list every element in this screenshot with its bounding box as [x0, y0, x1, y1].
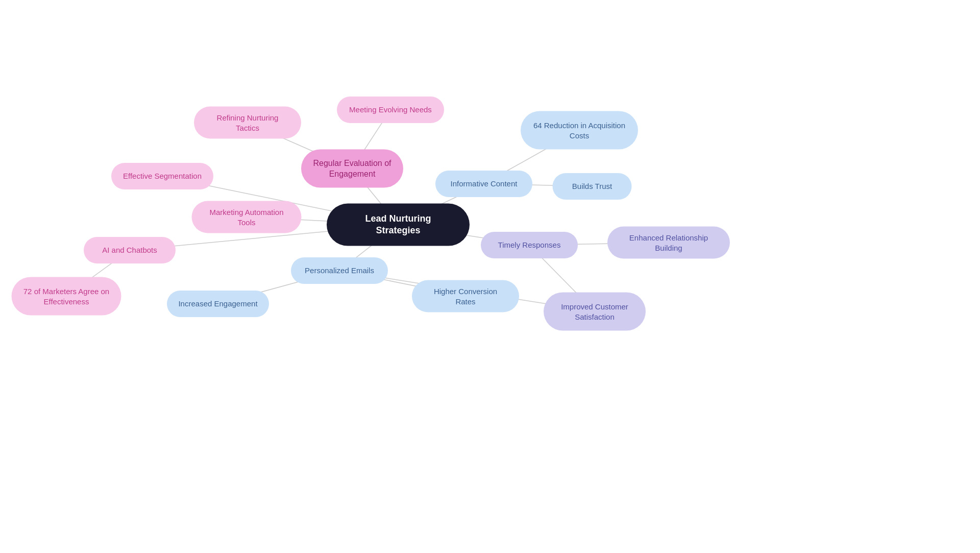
connections-svg [0, 0, 980, 553]
node-ai-chatbots[interactable]: AI and Chatbots [84, 237, 176, 263]
node-center[interactable]: Lead Nurturing Strategies [327, 204, 470, 246]
node-meeting-evolving[interactable]: Meeting Evolving Needs [337, 97, 444, 123]
node-regular-evaluation[interactable]: Regular Evaluation of Engagement [301, 150, 403, 188]
node-personalized-emails[interactable]: Personalized Emails [291, 257, 388, 284]
node-higher-conversion[interactable]: Higher Conversion Rates [412, 280, 519, 312]
node-marketing-automation[interactable]: Marketing Automation Tools [192, 201, 302, 233]
node-72-marketers[interactable]: 72 of Marketers Agree on Effectiveness [12, 277, 121, 316]
node-enhanced-relationship[interactable]: Enhanced Relationship Building [607, 227, 730, 259]
node-timely-responses[interactable]: Timely Responses [481, 232, 578, 258]
mindmap-container: Lead Nurturing StrategiesRegular Evaluat… [0, 0, 980, 553]
node-informative-content[interactable]: Informative Content [435, 171, 532, 197]
node-reduction-acquisition[interactable]: 64 Reduction in Acquisition Costs [521, 111, 638, 150]
node-refining-tactics[interactable]: Refining Nurturing Tactics [194, 107, 301, 139]
node-builds-trust[interactable]: Builds Trust [553, 173, 632, 200]
node-improved-satisfaction[interactable]: Improved Customer Satisfaction [544, 293, 646, 331]
node-increased-engagement[interactable]: Increased Engagement [167, 291, 269, 317]
node-effective-segmentation[interactable]: Effective Segmentation [111, 163, 213, 189]
